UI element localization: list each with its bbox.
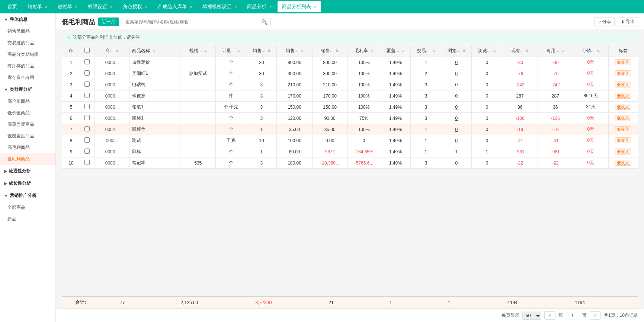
row-select-checkbox[interactable] — [84, 160, 90, 165]
sidebar-item-high-value[interactable]: 高价值商品 — [0, 96, 55, 107]
sidebar-section-growth[interactable]: ▶ 成长性分析 — [0, 177, 55, 189]
nav-item-home[interactable]: 首页 — [3, 1, 22, 12]
row-name[interactable]: 橡皮擦 — [130, 90, 180, 102]
row-checkbox[interactable] — [80, 68, 94, 79]
prev-page-button[interactable]: ＜ — [544, 311, 555, 320]
settings-icon[interactable]: ⚙ — [69, 48, 73, 54]
row-select-checkbox[interactable] — [84, 70, 90, 76]
sort-icon[interactable]: ⇅ — [401, 49, 404, 53]
row-name[interactable]: 铅笔1 — [130, 102, 180, 113]
row-checkbox[interactable] — [80, 79, 94, 90]
close-icon[interactable]: × — [145, 4, 147, 9]
close-icon[interactable]: × — [314, 4, 316, 9]
share-button[interactable]: ↗ 分享 — [594, 17, 615, 26]
nav-item-template[interactable]: 单据模板设置 × — [198, 1, 241, 12]
next-page-button[interactable]: ＞ — [590, 311, 601, 320]
row-name[interactable]: 属性定价 — [130, 57, 180, 68]
sidebar-item-category-rate[interactable]: 商品分类助销率 — [0, 49, 55, 60]
close-icon[interactable]: × — [110, 4, 112, 9]
sidebar-item-high-margin[interactable]: 高毛利商品 — [0, 142, 55, 153]
sidebar-item-traded-goods[interactable]: 交易过的商品 — [0, 37, 55, 49]
row-select-checkbox[interactable] — [84, 115, 90, 120]
row-views1[interactable]: 0 — [441, 90, 472, 102]
sort-icon[interactable]: ⇅ — [526, 49, 529, 53]
row-views1[interactable]: 0 — [441, 68, 472, 79]
row-name[interactable]: 电话机 — [130, 79, 180, 90]
close-icon[interactable]: × — [190, 4, 192, 9]
row-name[interactable]: 鼠标1 — [130, 113, 180, 124]
sidebar-item-capital-usage[interactable]: 库存资金占用 — [0, 72, 55, 83]
sort-icon[interactable]: ⇅ — [152, 49, 155, 53]
select-all-checkbox[interactable] — [84, 48, 90, 53]
row-checkbox[interactable] — [80, 124, 94, 135]
nav-item-permission[interactable]: 权限设置 × — [83, 1, 117, 12]
row-name[interactable]: 鼠标垫 — [130, 124, 180, 135]
sidebar-section-cluster[interactable]: ▼ 类群度分析 — [0, 83, 55, 96]
sort-icon[interactable]: ⇅ — [493, 49, 496, 53]
row-name[interactable]: 吴细细1 — [130, 68, 180, 79]
sidebar-item-stock-goods[interactable]: 有库存的商品 — [0, 60, 55, 72]
sidebar-item-all-goods[interactable]: 全部商品 — [0, 202, 55, 213]
sort-icon[interactable]: ⇅ — [561, 49, 564, 53]
sidebar-item-low-value[interactable]: 低价值商品 — [0, 107, 55, 119]
row-select-checkbox[interactable] — [84, 93, 90, 98]
sort-icon[interactable]: ⇅ — [432, 49, 435, 53]
sidebar-item-low-coverage[interactable]: 低覆盖度商品 — [0, 130, 55, 142]
row-select-checkbox[interactable] — [84, 59, 90, 64]
row-checkbox[interactable] — [80, 57, 94, 68]
row-views1[interactable]: 0 — [441, 113, 472, 124]
sidebar-item-high-coverage[interactable]: 高覆盖度商品 — [0, 119, 55, 130]
sidebar-item-new-goods[interactable]: 新品 — [0, 213, 55, 225]
row-checkbox[interactable] — [80, 146, 94, 157]
row-checkbox[interactable] — [80, 135, 94, 146]
search-icon[interactable]: 🔍 — [261, 19, 267, 25]
row-checkbox[interactable] — [80, 113, 94, 124]
row-name[interactable]: 笔记本 — [130, 157, 180, 169]
nav-item-product-entry[interactable]: 产成品入库单 × — [153, 1, 196, 12]
page-size-select[interactable]: 50 100 200 — [522, 312, 541, 320]
row-views1[interactable]: 0 — [441, 124, 472, 135]
col-checkbox[interactable] — [80, 45, 94, 57]
page-input[interactable] — [566, 312, 579, 319]
nav-item-goods-analysis-list[interactable]: 商品分析列表 × — [278, 1, 321, 12]
close-icon[interactable]: × — [45, 4, 47, 9]
close-icon[interactable]: × — [75, 4, 77, 9]
sort-icon[interactable]: ⇅ — [237, 49, 240, 53]
sidebar-section-marketing[interactable]: ▼ 营销推广分析 — [0, 189, 55, 202]
row-views1[interactable]: 0 — [441, 135, 472, 146]
nav-item-sales[interactable]: 销货单 × — [23, 1, 52, 12]
sidebar-section-overall[interactable]: ▼ 整体信息 — [0, 13, 55, 26]
sort-icon[interactable]: ⇅ — [116, 49, 119, 53]
nav-item-role[interactable]: 角色授权 × — [118, 1, 152, 12]
close-icon[interactable]: × — [234, 4, 237, 9]
row-select-checkbox[interactable] — [84, 82, 90, 87]
sidebar-item-low-margin[interactable]: 低毛利商品 — [0, 153, 55, 165]
sort-icon[interactable]: ⇅ — [597, 49, 600, 53]
sort-icon[interactable]: ⇅ — [267, 49, 270, 53]
row-select-checkbox[interactable] — [84, 137, 90, 143]
date-filter-button[interactable]: 近一月 — [98, 17, 119, 26]
sidebar-item-sales-goods[interactable]: 销售类商品 — [0, 26, 55, 37]
row-checkbox[interactable] — [80, 157, 94, 169]
row-name[interactable]: 鼠标 — [130, 146, 180, 157]
sort-icon[interactable]: ⇅ — [336, 49, 339, 53]
export-button[interactable]: ⬇ 导出 — [618, 17, 638, 26]
sort-icon[interactable]: ⇅ — [300, 49, 303, 53]
row-checkbox[interactable] — [80, 90, 94, 102]
nav-item-goods-analysis[interactable]: 商品分析 × — [243, 1, 276, 12]
search-input[interactable] — [125, 19, 261, 25]
row-name[interactable]: 测试 — [130, 135, 180, 146]
close-icon[interactable]: × — [269, 4, 272, 9]
row-select-checkbox[interactable] — [84, 104, 90, 109]
sort-icon[interactable]: ⇅ — [370, 49, 373, 53]
nav-item-purchase[interactable]: 进货单 × — [53, 1, 82, 12]
row-views1[interactable]: 0 — [441, 57, 472, 68]
sidebar-section-flow[interactable]: ▶ 流通性分析 — [0, 165, 55, 177]
sort-icon[interactable]: ⇅ — [462, 49, 465, 53]
sort-icon[interactable]: ⇅ — [204, 49, 207, 53]
row-views1[interactable]: 1 — [441, 146, 472, 157]
row-views1[interactable]: 0 — [441, 79, 472, 90]
row-views1[interactable]: 0 — [441, 157, 472, 169]
row-select-checkbox[interactable] — [84, 149, 90, 154]
col-settings[interactable]: ⚙ — [62, 45, 80, 57]
